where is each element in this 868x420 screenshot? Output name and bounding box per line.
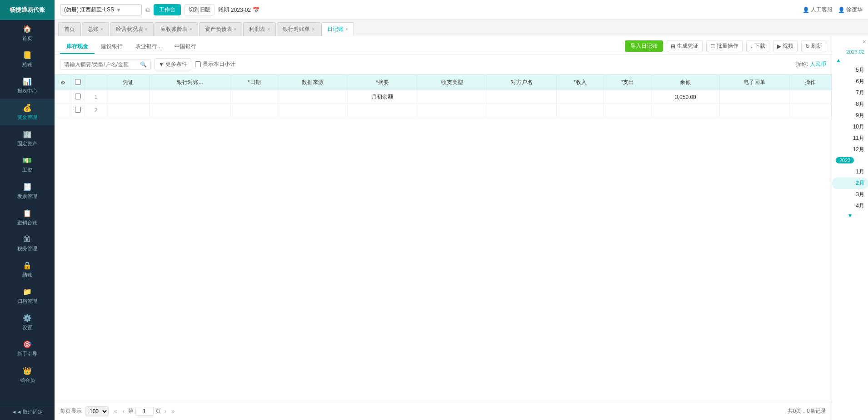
sidebar-item-reports[interactable]: 📊 报表中心 <box>0 73 55 99</box>
select-all-checkbox[interactable] <box>75 79 81 85</box>
tab-general-ledger[interactable]: 总账 × <box>82 22 109 36</box>
row1-balance: 3,050.00 <box>651 90 719 104</box>
row1-check[interactable] <box>75 94 81 99</box>
tab-home[interactable]: 首页 <box>58 22 81 36</box>
page-input[interactable] <box>135 407 154 416</box>
sidebar-item-archive[interactable]: 📁 归档管理 <box>0 283 55 309</box>
unpin-btn[interactable]: ◄◄ 取消固定 <box>0 404 55 420</box>
sidebar-label-home: 首页 <box>22 35 32 42</box>
sub-tab-agricultural-bank[interactable]: 农业银行... <box>129 40 168 54</box>
tab-close-general-ledger[interactable]: × <box>100 27 103 32</box>
batch-op-button[interactable]: ☰ 批量操作 <box>706 40 743 52</box>
sidebar-item-funds[interactable]: 💰 资金管理 <box>0 99 55 125</box>
row2-summary <box>348 104 417 117</box>
panel-nav-down[interactable]: ▼ <box>848 212 853 219</box>
table-row: 1 月初余额 3,050.00 <box>55 90 832 104</box>
per-page-select[interactable]: 100 <box>85 406 109 416</box>
tab-close-profit-loss[interactable]: × <box>267 27 270 32</box>
last-page-button[interactable]: » <box>170 407 177 415</box>
row2-checkbox[interactable] <box>71 104 85 117</box>
tab-home-label: 首页 <box>64 25 75 33</box>
month-item-6[interactable]: 6月 <box>832 76 868 87</box>
download-button[interactable]: ↓ 下载 <box>746 40 769 52</box>
row1-income-expense <box>417 90 487 104</box>
sidebar-item-tax[interactable]: 🏛 税务管理 <box>0 231 55 257</box>
col-header-settings[interactable]: ⚙ <box>55 75 71 90</box>
tab-close-bank-statement[interactable]: × <box>312 27 314 32</box>
currency-value[interactable]: 人民币 <box>810 60 826 68</box>
video-button[interactable]: ▶ 视频 <box>773 40 798 52</box>
refresh-button[interactable]: ↻ 刷新 <box>801 40 826 52</box>
prev-page-button[interactable]: ‹ <box>121 407 126 415</box>
search-input[interactable] <box>64 61 138 68</box>
sidebar-item-member[interactable]: 👑 畅会员 <box>0 362 55 388</box>
month-item-5[interactable]: 5月 <box>832 64 868 76</box>
show-daily-checkbox[interactable] <box>195 61 201 67</box>
next-page-button[interactable]: › <box>163 407 168 415</box>
tab-cash-journal[interactable]: 日记账 × <box>321 22 354 36</box>
period-calendar-icon[interactable]: 📅 <box>253 7 259 13</box>
guide-icon: 🎯 <box>23 340 32 349</box>
copy-icon[interactable]: ⧉ <box>145 6 150 14</box>
month-item-2[interactable]: 2月 <box>832 178 868 189</box>
table-row: 2 <box>55 104 832 117</box>
row2-date <box>230 104 278 117</box>
tab-close-assets-liabilities[interactable]: × <box>234 27 237 32</box>
month-item-3[interactable]: 3月 <box>832 189 868 200</box>
tab-close-cash-journal[interactable]: × <box>345 27 348 32</box>
page-suffix-label: 页 <box>155 407 161 415</box>
search-icon[interactable]: 🔍 <box>140 61 147 68</box>
month-item-10[interactable]: 10月 <box>832 121 868 133</box>
panel-close-button[interactable]: × <box>863 38 866 45</box>
panel-nav: ▲ <box>832 56 868 64</box>
sidebar-item-settings[interactable]: ⚙️ 设置 <box>0 309 55 336</box>
month-item-7[interactable]: 7月 <box>832 87 868 99</box>
tab-business-status[interactable]: 经营状况表 × <box>110 22 154 36</box>
sidebar-item-salary[interactable]: 💵 工资 <box>0 152 55 178</box>
period-text: 账期 2023-02 📅 <box>218 6 259 14</box>
sidebar-item-fixed-assets[interactable]: 🏢 固定资产 <box>0 125 55 152</box>
tab-close-business-status[interactable]: × <box>145 27 148 32</box>
month-item-1[interactable]: 1月 <box>832 166 868 178</box>
first-page-button[interactable]: « <box>112 407 119 415</box>
generate-voucher-button[interactable]: ⊞ 生成凭证 <box>667 40 703 52</box>
month-item-11[interactable]: 11月 <box>832 133 868 144</box>
month-item-12[interactable]: 12月 <box>832 144 868 155</box>
download-icon: ↓ <box>750 43 753 49</box>
import-journal-button[interactable]: 导入日记账 <box>625 40 663 52</box>
sidebar-item-general-ledger[interactable]: 📒 总账 <box>0 46 55 73</box>
show-daily-checkbox-label[interactable]: 显示本日小计 <box>195 60 235 68</box>
col-header-checkbox[interactable] <box>71 75 85 90</box>
user-button[interactable]: 👤 徐逻华 <box>838 6 863 14</box>
switch-old-button[interactable]: 切到旧版 <box>185 4 215 15</box>
row1-checkbox[interactable] <box>71 90 85 104</box>
panel-nav-up[interactable]: ▲ <box>836 57 841 64</box>
tab-profit-loss[interactable]: 利润表 × <box>243 22 276 36</box>
sidebar-item-invoice[interactable]: 🧾 发票管理 <box>0 178 55 204</box>
sidebar-item-home[interactable]: 🏠 首页 <box>0 20 55 46</box>
tab-bank-statement[interactable]: 银行对账单 × <box>277 22 320 36</box>
sidebar-item-close-period[interactable]: 🔒 结账 <box>0 257 55 283</box>
filter-button[interactable]: ▼ 更多条件 <box>155 58 191 70</box>
month-item-8[interactable]: 8月 <box>832 99 868 110</box>
row1-e-receipt <box>719 90 789 104</box>
row1-expense <box>604 90 652 104</box>
page-nav: « ‹ 第 页 › » <box>112 407 176 416</box>
tab-assets-liabilities[interactable]: 资产负债表 × <box>199 22 243 36</box>
month-item-4[interactable]: 4月 <box>832 200 868 212</box>
sidebar-item-guide[interactable]: 🎯 新手引导 <box>0 336 55 362</box>
row2-check[interactable] <box>75 107 81 113</box>
service-button[interactable]: 👤 人工客服 <box>803 6 833 14</box>
panel-current-date: 2023.02 <box>832 47 868 56</box>
workbench-button[interactable]: 工作台 <box>154 4 181 15</box>
sub-tab-china-bank[interactable]: 中国银行 <box>168 40 203 54</box>
col-header-seq <box>85 75 107 90</box>
sub-tab-construction-bank[interactable]: 建设银行 <box>95 40 129 54</box>
sidebar-label-archive: 归档管理 <box>17 298 37 305</box>
month-item-9[interactable]: 9月 <box>832 110 868 121</box>
tab-close-receivables[interactable]: × <box>190 27 192 32</box>
tab-receivables[interactable]: 应收账龄表 × <box>155 22 198 36</box>
sidebar-item-purchase-sales[interactable]: 📋 进销台账 <box>0 204 55 231</box>
company-selector[interactable]: (勿册) 江西超宝-LSS ▼ <box>60 4 142 15</box>
sub-tab-cash[interactable]: 库存现金 <box>60 40 95 54</box>
